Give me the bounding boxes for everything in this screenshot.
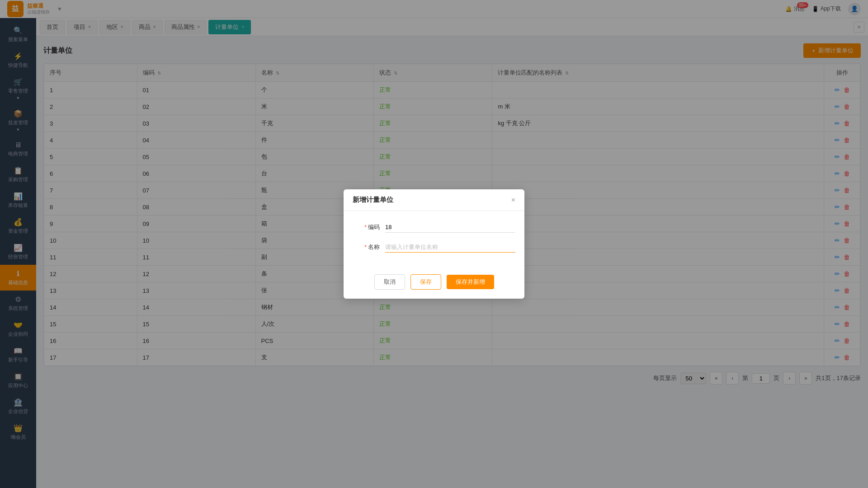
name-label: *名称 — [353, 243, 380, 251]
cancel-button[interactable]: 取消 — [374, 274, 405, 290]
modal-footer: 取消 保存 保存并新增 — [344, 269, 524, 299]
modal-overlay: 新增计量单位 × *编码 *名称 取消 保存 保存并新增 — [0, 0, 868, 488]
save-button[interactable]: 保存 — [410, 274, 441, 290]
name-form-row: *名称 — [353, 242, 515, 253]
modal-close-button[interactable]: × — [511, 196, 515, 204]
modal-title: 新增计量单位 — [353, 196, 393, 204]
modal-add-unit: 新增计量单位 × *编码 *名称 取消 保存 保存并新增 — [344, 189, 524, 299]
save-new-button[interactable]: 保存并新增 — [447, 275, 494, 289]
code-required-mark: * — [364, 224, 367, 230]
code-label: *编码 — [353, 223, 380, 231]
name-input[interactable] — [385, 242, 515, 253]
code-form-row: *编码 — [353, 222, 515, 233]
code-input[interactable] — [385, 222, 515, 233]
modal-body: *编码 *名称 — [344, 211, 524, 269]
name-required-mark: * — [364, 244, 367, 250]
modal-header: 新增计量单位 × — [344, 189, 524, 211]
